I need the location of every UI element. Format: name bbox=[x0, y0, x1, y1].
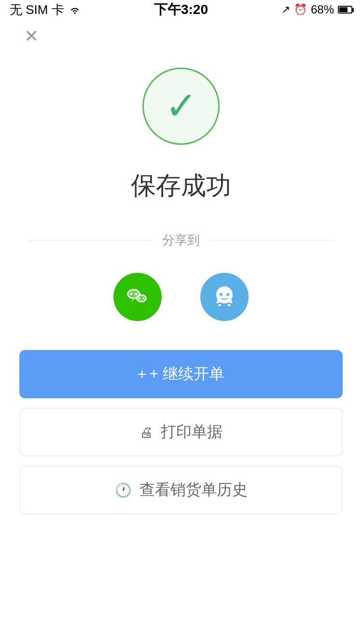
sim-status: 无 SIM 卡 bbox=[10, 1, 64, 18]
alarm-icon: ⏰ bbox=[294, 3, 307, 16]
view-history-button[interactable]: 🕐 查看销货单历史 bbox=[19, 466, 343, 514]
wechat-share-button[interactable] bbox=[113, 273, 162, 321]
success-circle: ✓ bbox=[142, 68, 220, 145]
battery-icon bbox=[338, 6, 352, 14]
action-buttons: + + 继续开单 🖨 打印单据 🕐 查看销货单历史 bbox=[0, 350, 362, 514]
plus-icon: + bbox=[138, 365, 147, 383]
share-section: 分享到 bbox=[0, 232, 362, 321]
print-receipt-label: 打印单据 bbox=[161, 421, 223, 443]
continue-order-button[interactable]: + + 继续开单 bbox=[19, 350, 343, 398]
svg-point-3 bbox=[135, 293, 138, 295]
location-icon: ↗ bbox=[281, 3, 290, 16]
divider-right bbox=[209, 240, 333, 240]
success-title: 保存成功 bbox=[131, 169, 231, 203]
share-icons bbox=[0, 273, 362, 321]
view-history-label: 查看销货单历史 bbox=[139, 479, 248, 501]
status-bar: 无 SIM 卡 下午3:20 ↗ ⏰ 68% bbox=[0, 0, 362, 19]
status-time: 下午3:20 bbox=[154, 0, 208, 19]
svg-point-7 bbox=[143, 297, 145, 299]
wifi-icon bbox=[68, 5, 82, 14]
svg-point-2 bbox=[130, 293, 133, 295]
qq-share-button[interactable] bbox=[200, 273, 249, 321]
main-content: ✓ 保存成功 分享到 bbox=[0, 19, 362, 514]
qq-icon bbox=[210, 282, 239, 311]
continue-order-label: + 继续开单 bbox=[150, 364, 225, 385]
checkmark-icon: ✓ bbox=[165, 87, 197, 126]
battery-text: 68% bbox=[311, 3, 334, 16]
status-left: 无 SIM 卡 bbox=[10, 1, 82, 18]
share-divider: 分享到 bbox=[0, 232, 362, 249]
close-button[interactable]: ✕ bbox=[19, 24, 43, 48]
svg-point-6 bbox=[139, 297, 140, 299]
clock-icon: 🕐 bbox=[115, 482, 132, 498]
wechat-icon bbox=[123, 282, 152, 311]
status-right: ↗ ⏰ 68% bbox=[281, 3, 352, 16]
svg-point-8 bbox=[220, 293, 223, 296]
close-icon: ✕ bbox=[24, 26, 39, 46]
print-receipt-button[interactable]: 🖨 打印单据 bbox=[19, 408, 343, 456]
print-icon: 🖨 bbox=[139, 424, 153, 440]
svg-point-9 bbox=[226, 293, 229, 296]
divider-left bbox=[29, 240, 153, 240]
share-label: 分享到 bbox=[153, 232, 209, 249]
